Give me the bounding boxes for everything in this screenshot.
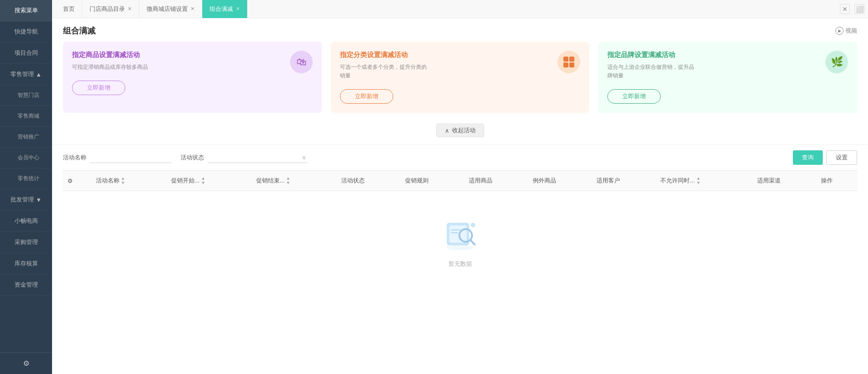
sidebar-item-finance-mgmt[interactable]: 资金管理 [0, 274, 52, 296]
filter-activity-name: 活动名称 [63, 152, 172, 163]
card-category-desc: 可选一个或者多个分类，提升分类的销量 [340, 63, 430, 80]
sidebar-item-project-contract[interactable]: 项目合同 [0, 43, 52, 64]
svg-rect-2 [563, 62, 568, 67]
query-button[interactable]: 查询 [793, 150, 823, 165]
tabs-bar: 首页 门店商品目录 ✕ 微商城店铺设置 ✕ 组合满减 ✕ ✕ ⬜ [52, 0, 868, 18]
page-header: 组合满减 ▶ 视频 [52, 18, 868, 42]
empty-state: 暂无数据 [63, 191, 857, 277]
sidebar-item-xiaochangec[interactable]: 小畅电商 [0, 211, 52, 232]
window-actions: ✕ ⬜ [840, 4, 864, 14]
card-brand-title: 指定品牌设置满减活动 [607, 51, 848, 59]
th-applicable-goods: 适用商品 [464, 171, 528, 191]
activity-card-category: 指定分类设置满减活动 可选一个或者多个分类，提升分类的销量 立即新增 [331, 42, 590, 113]
card-goods-desc: 可指定滞销商品或库存较多商品 [72, 63, 162, 72]
sidebar-settings[interactable]: ⚙ [0, 352, 52, 374]
empty-illustration [438, 209, 483, 254]
sidebar-item-retail-mall[interactable]: 零售商城 [0, 106, 52, 127]
empty-text: 暂无数据 [448, 260, 472, 268]
th-applicable-customer: 适用客户 [592, 171, 656, 191]
collapse-bar: ∧ 收起活动 [52, 120, 868, 144]
page-title: 组合满减 [63, 25, 95, 36]
filter-activity-status-label: 活动状态 [181, 153, 204, 162]
svg-rect-3 [569, 62, 574, 67]
card-brand-icon: 🌿 [825, 51, 848, 73]
card-goods-add-button[interactable]: 立即新增 [72, 81, 125, 95]
card-goods-title: 指定商品设置满减活动 [72, 51, 313, 59]
empty-svg [438, 209, 483, 254]
table-container: ⚙ 活动名称 ▲▼ 促销开始... ▲▼ [52, 170, 868, 277]
page-content: 组合满减 ▶ 视频 指定商品设置满减活动 🛍 可指定滞销商品或库存较多商品 立即… [52, 18, 868, 374]
svg-point-4 [447, 245, 474, 250]
sidebar-item-marketing[interactable]: 营销推广 [0, 127, 52, 148]
chevron-down-icon: ▼ [36, 197, 42, 203]
sort-icon-concurrent: ▲▼ [696, 176, 701, 185]
filter-bar: 活动名称 活动状态 ∨ 查询 设置 [52, 144, 868, 170]
th-not-allow-concurrent: 不允许同时... ▲▼ [656, 171, 752, 191]
window-close-button[interactable]: ✕ [840, 4, 850, 14]
svg-line-8 [470, 240, 475, 245]
tab-close-combo-discount[interactable]: ✕ [236, 6, 240, 12]
th-promo-start: 促销开始... ▲▼ [167, 171, 252, 191]
filter-activity-status: 活动状态 ∨ [181, 152, 307, 163]
filter-activity-name-input[interactable] [90, 152, 172, 163]
data-table: ⚙ 活动名称 ▲▼ 促销开始... ▲▼ [63, 170, 857, 191]
table-header: ⚙ 活动名称 ▲▼ 促销开始... ▲▼ [63, 171, 857, 191]
svg-rect-0 [563, 57, 568, 62]
sidebar-item-inventory-calc[interactable]: 库存核算 [0, 253, 52, 274]
chevron-up-icon-collapse: ∧ [445, 127, 449, 134]
filter-actions: 查询 设置 [793, 150, 857, 165]
sort-icon-promo-end: ▲▼ [286, 176, 291, 185]
card-brand-add-button[interactable]: 立即新增 [607, 89, 661, 104]
sidebar-item-retail-mgmt[interactable]: 零售管理 ▲ [0, 64, 52, 85]
table-settings-icon: ⚙ [67, 177, 73, 184]
th-promo-rule: 促销规则 [401, 171, 464, 191]
th-excluded-goods: 例外商品 [528, 171, 592, 191]
chevron-down-icon-select: ∨ [302, 154, 306, 161]
svg-point-12 [448, 242, 450, 245]
settings-button[interactable]: 设置 [826, 150, 857, 165]
tab-close-store-catalog[interactable]: ✕ [128, 6, 132, 12]
sidebar-item-smart-store[interactable]: 智慧门店 [0, 85, 52, 106]
card-category-add-button[interactable]: 立即新增 [340, 89, 393, 104]
th-operation: 操作 [816, 171, 857, 191]
th-settings[interactable]: ⚙ [63, 171, 91, 191]
main-area: 首页 门店商品目录 ✕ 微商城店铺设置 ✕ 组合满减 ✕ ✕ ⬜ 组合满减 [52, 0, 868, 374]
sidebar: 搜索菜单 快捷导航 项目合同 零售管理 ▲ 智慧门店 零售商城 营销推广 会员中… [0, 0, 52, 374]
tab-wechat-shop-settings[interactable]: 微商城店铺设置 ✕ [139, 0, 202, 18]
video-link[interactable]: ▶ 视频 [835, 27, 857, 35]
sidebar-item-wholesale-mgmt[interactable]: 批发管理 ▼ [0, 189, 52, 211]
card-category-icon [558, 51, 580, 73]
tab-close-wechat-shop[interactable]: ✕ [191, 6, 195, 12]
tab-combo-discount[interactable]: 组合满减 ✕ [202, 0, 248, 18]
th-applicable-channel: 适用渠道 [753, 171, 816, 191]
sort-icon-activity-name: ▲▼ [121, 176, 125, 185]
th-activity-status: 活动状态 [337, 171, 401, 191]
filter-activity-name-label: 活动名称 [63, 153, 86, 162]
activity-cards-container: 指定商品设置满减活动 🛍 可指定滞销商品或库存较多商品 立即新增 指定分类设置满… [52, 42, 868, 120]
tab-store-catalog[interactable]: 门店商品目录 ✕ [82, 0, 139, 18]
sidebar-item-quick-nav[interactable]: 快捷导航 [0, 21, 52, 43]
settings-gear-icon: ⚙ [23, 360, 29, 367]
sort-icon-promo-start: ▲▼ [201, 176, 205, 185]
card-goods-icon: 🛍 [290, 51, 313, 73]
sidebar-item-retail-stats[interactable]: 零售统计 [0, 168, 52, 189]
table-header-row: ⚙ 活动名称 ▲▼ 促销开始... ▲▼ [63, 171, 857, 191]
card-brand-desc: 适合与上游企业联合做营销，提升品牌销量 [607, 63, 698, 80]
svg-rect-6 [449, 225, 467, 243]
activity-card-brand: 指定品牌设置满减活动 🌿 适合与上游企业联合做营销，提升品牌销量 立即新增 [598, 42, 857, 113]
video-icon: ▶ [835, 27, 844, 35]
svg-rect-1 [569, 57, 574, 62]
th-promo-end: 促销结束... ▲▼ [252, 171, 337, 191]
filter-activity-status-select[interactable]: ∨ [208, 152, 307, 163]
svg-point-11 [471, 223, 475, 227]
sidebar-item-member-center[interactable]: 会员中心 [0, 148, 52, 168]
card-category-title: 指定分类设置满减活动 [340, 51, 581, 59]
tab-home[interactable]: 首页 [56, 0, 82, 18]
activity-card-goods: 指定商品设置满减活动 🛍 可指定滞销商品或库存较多商品 立即新增 [63, 42, 322, 113]
sidebar-item-purchase-mgmt[interactable]: 采购管理 [0, 232, 52, 253]
chevron-up-icon: ▲ [36, 71, 42, 78]
th-activity-name: 活动名称 ▲▼ [91, 171, 167, 191]
window-maximize-button[interactable]: ⬜ [854, 4, 864, 14]
collapse-activity-button[interactable]: ∧ 收起活动 [436, 124, 484, 137]
sidebar-search[interactable]: 搜索菜单 [0, 0, 52, 21]
